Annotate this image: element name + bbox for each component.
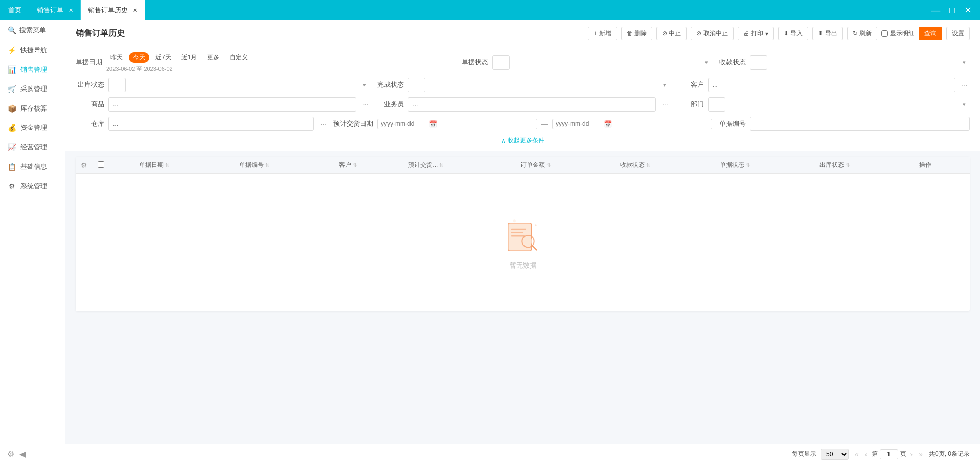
refresh-button[interactable]: ↻ 刷新 (847, 27, 877, 40)
salesperson-input[interactable] (408, 97, 656, 112)
delete-button[interactable]: 🗑 删除 (621, 27, 652, 40)
sidebar-item-finance[interactable]: 💰 资金管理 (0, 118, 65, 138)
date-custom[interactable]: 自定义 (225, 52, 252, 63)
delivery-date-label: 预计交货日期 (333, 119, 373, 128)
th-checkbox (93, 157, 134, 174)
print-button[interactable]: 🖨 打印 ▾ (738, 27, 774, 40)
date-1month[interactable]: 近1月 (177, 52, 201, 63)
page-size-select[interactable]: 50 10 20 100 (821, 449, 849, 460)
sidebar-item-quick-nav[interactable]: ⚡ 快捷导航 (0, 40, 65, 60)
date-yesterday[interactable]: 昨天 (106, 52, 127, 63)
customer-input[interactable] (708, 78, 956, 92)
filter-row-4: 仓库 ··· 预计交货日期 📅 — 📅 (76, 117, 970, 131)
quick-nav-icon: ⚡ (7, 46, 16, 55)
date-7days[interactable]: 近7天 (151, 52, 175, 63)
tab-sales-order-history-close[interactable]: ✕ (133, 7, 138, 14)
page-header: 销售订单历史 + 新增 🗑 删除 ⊘ 中止 ⊘ 取消中止 🖨 (65, 20, 980, 46)
th-order-no[interactable]: 单据编号 ⇅ (234, 157, 334, 174)
status-select[interactable] (492, 55, 510, 70)
collapse-sidebar-icon[interactable]: ◀ (19, 449, 26, 459)
empty-state-row: 暂无数据 (76, 174, 970, 312)
goods-ellipsis-button[interactable]: ··· (360, 100, 371, 108)
show-detail-checkbox[interactable] (881, 30, 888, 37)
select-all-checkbox[interactable] (98, 161, 104, 168)
next-page-button[interactable]: › (908, 449, 915, 459)
customer-ellipsis-button[interactable]: ··· (960, 81, 970, 89)
table-area: ⚙ 单据日期 ⇅ 单据编号 (65, 151, 980, 444)
delivery-status-select[interactable] (108, 78, 126, 92)
last-page-button[interactable]: » (917, 449, 925, 459)
sidebar-search[interactable]: 🔍 搜索菜单 (0, 20, 65, 40)
tab-home[interactable]: 首页 (0, 0, 30, 20)
th-delivery-status[interactable]: 出库状态 ⇅ (814, 157, 914, 174)
receipt-status-filter-group: 收款状态 (717, 55, 970, 70)
settings-bottom-icon[interactable]: ⚙ (7, 449, 14, 459)
current-page-input[interactable] (880, 449, 898, 459)
window-close-button[interactable]: ✕ (961, 4, 975, 17)
th-bill-status[interactable]: 单据状态 ⇅ (715, 157, 814, 174)
sidebar-item-basic-info[interactable]: 📋 基础信息 (0, 157, 65, 176)
goods-input[interactable] (108, 97, 356, 112)
status-filter-group: 单据状态 (460, 55, 712, 70)
th-customer[interactable]: 客户 ⇅ (334, 157, 403, 174)
table-settings-button[interactable]: ⚙ (81, 161, 87, 169)
tab-sales-order-close[interactable]: ✕ (69, 7, 73, 14)
first-page-button[interactable]: « (853, 449, 861, 459)
settings-filter-button[interactable]: 设置 (946, 27, 970, 40)
sidebar-item-system[interactable]: ⚙ 系统管理 (0, 176, 65, 196)
department-select-wrap (708, 97, 970, 112)
show-detail-label[interactable]: 显示明细 (881, 29, 915, 38)
sidebar-bottom: ⚙ ◀ (0, 444, 65, 464)
calendar-start-icon[interactable]: 📅 (429, 120, 437, 128)
main-layout: 🔍 搜索菜单 ⚡ 快捷导航 📊 销售管理 🛒 采购管理 📦 库存核算 💰 资金管… (0, 20, 980, 464)
th-date[interactable]: 单据日期 ⇅ (134, 157, 234, 174)
salesperson-filter-group: 业务员 ··· (375, 97, 670, 112)
page-suffix: 页 (900, 450, 906, 458)
date-more[interactable]: 更多 (203, 52, 223, 63)
top-bar-controls: — □ ✕ (928, 4, 980, 17)
collapse-filters-button[interactable]: ∧ 收起更多条件 (76, 136, 970, 145)
delivery-date-start-input[interactable] (381, 120, 427, 127)
complete-status-select[interactable] (408, 78, 425, 92)
warehouse-ellipsis-button[interactable]: ··· (318, 120, 328, 128)
import-button[interactable]: ⬇ 导入 (778, 27, 808, 40)
th-amount[interactable]: 订单金额 ⇅ (515, 157, 615, 174)
sidebar-item-quick-nav-label: 快捷导航 (20, 46, 47, 55)
date-today[interactable]: 今天 (129, 52, 149, 63)
th-delivery-date[interactable]: 预计交货... ⇅ (403, 157, 515, 174)
filter-area: 单据日期 昨天 今天 近7天 近1月 更多 自定义 2023-06-02 至 2… (65, 46, 980, 151)
delivery-date-end-wrap: 📅 (552, 119, 712, 129)
prev-page-button[interactable]: ‹ (863, 449, 870, 459)
export-button-label: ⬆ 导出 (818, 29, 837, 38)
window-maximize-button[interactable]: □ (946, 4, 958, 17)
sidebar-item-operations[interactable]: 📈 经营管理 (0, 138, 65, 157)
print-dropdown-icon[interactable]: ▾ (765, 30, 768, 37)
query-button[interactable]: 查询 (919, 27, 942, 40)
window-minimize-button[interactable]: — (928, 4, 943, 17)
sidebar-item-purchase[interactable]: 🛒 采购管理 (0, 79, 65, 99)
new-button[interactable]: + 新增 (588, 27, 617, 40)
export-button[interactable]: ⬆ 导出 (812, 27, 842, 40)
sidebar-item-basic-info-label: 基础信息 (20, 162, 47, 171)
filter-row-2: 出库状态 完成状态 客户 (76, 78, 970, 92)
sidebar: 🔍 搜索菜单 ⚡ 快捷导航 📊 销售管理 🛒 采购管理 📦 库存核算 💰 资金管… (0, 20, 65, 464)
warehouse-input[interactable] (108, 117, 314, 131)
delivery-date-end-input[interactable] (556, 120, 602, 127)
receipt-status-select[interactable] (750, 55, 767, 70)
empty-illustration (497, 215, 549, 261)
sort-delivery-status-icon: ⇅ (846, 162, 850, 168)
th-receipt-status[interactable]: 收款状态 ⇅ (615, 157, 715, 174)
sidebar-item-sales[interactable]: 📊 销售管理 (0, 60, 65, 79)
cancel-stop-button[interactable]: ⊘ 取消中止 (691, 27, 733, 40)
calendar-end-icon[interactable]: 📅 (604, 120, 612, 128)
sidebar-item-inventory[interactable]: 📦 库存核算 (0, 99, 65, 118)
department-select[interactable] (708, 97, 725, 112)
empty-state-cell: 暂无数据 (76, 174, 970, 312)
cancel-stop-button-label: ⊘ 取消中止 (696, 29, 727, 38)
stop-button[interactable]: ⊘ 中止 (656, 27, 687, 40)
tab-sales-order[interactable]: 销售订单 ✕ (30, 0, 81, 20)
th-action-label: 操作 (919, 161, 931, 168)
order-no-input[interactable] (750, 117, 970, 131)
tab-sales-order-history[interactable]: 销售订单历史 ✕ (81, 0, 145, 20)
salesperson-ellipsis-button[interactable]: ··· (660, 100, 670, 108)
